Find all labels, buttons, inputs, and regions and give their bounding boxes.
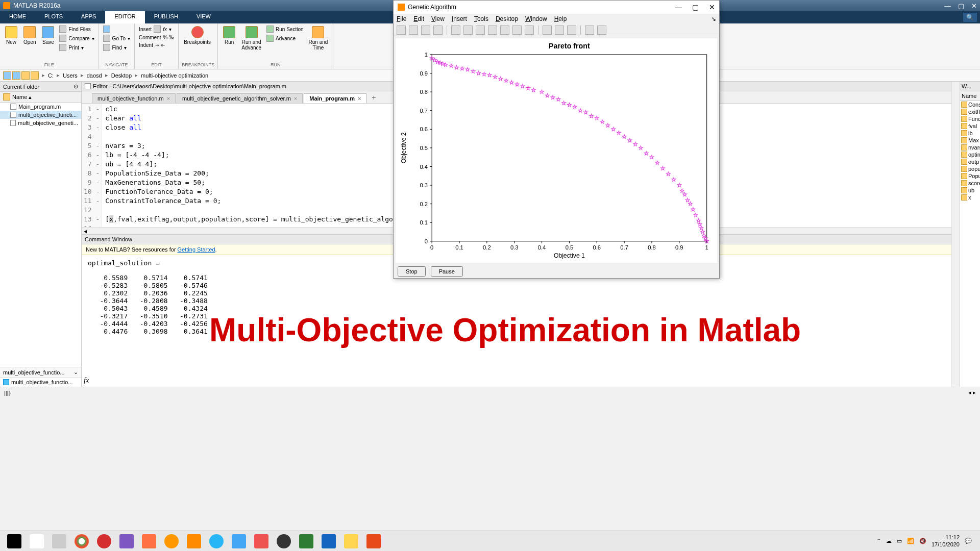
getting-started-link[interactable]: Getting Started [178, 246, 215, 253]
run-button[interactable]: Run [221, 25, 237, 46]
panel-menu-icon[interactable]: ⊙ [74, 83, 78, 90]
path-part[interactable]: Users [63, 72, 78, 79]
find-button[interactable]: Find ▾ [102, 43, 132, 52]
compare-button[interactable]: Compare ▾ [58, 34, 95, 42]
workspace-var[interactable]: Func [960, 115, 980, 122]
advance-button[interactable]: Advance [265, 34, 304, 42]
workspace-var[interactable]: ub [960, 187, 980, 194]
menu-file[interactable]: File [397, 15, 406, 22]
workspace-var[interactable]: fval [960, 122, 980, 130]
workspace-var[interactable]: Popu [960, 172, 980, 180]
open-figure-icon[interactable] [409, 26, 418, 35]
start-icon[interactable] [7, 534, 21, 548]
back-icon[interactable] [3, 71, 11, 80]
insert-button[interactable]: Insert fx ▾ [138, 25, 175, 33]
menu-window[interactable]: Window [525, 15, 547, 22]
link-icon[interactable] [543, 26, 552, 35]
maximize-icon[interactable]: ▢ [958, 2, 964, 10]
editor-tab[interactable]: multi_objective_genetic_algorithm_solver… [177, 93, 303, 103]
record-icon[interactable] [97, 534, 111, 548]
file-item[interactable]: multi_objective_functi... [0, 111, 81, 119]
scroll-nav[interactable]: ◂ ▸ [968, 389, 976, 396]
workspace-name-header[interactable]: Name [960, 91, 980, 101]
tab-apps[interactable]: APPS [72, 11, 105, 23]
search-icon[interactable] [30, 534, 44, 548]
figure-titlebar[interactable]: Genetic Algorithm — ▢ ✕ [394, 1, 719, 14]
minimize-icon[interactable]: — [675, 3, 682, 11]
save-figure-icon[interactable] [421, 26, 430, 35]
powerpoint-icon[interactable] [366, 534, 381, 548]
up-icon[interactable] [21, 71, 30, 80]
close-icon[interactable]: ✕ [709, 3, 715, 11]
legend-icon[interactable] [567, 26, 576, 35]
tab-view[interactable]: VIEW [187, 11, 220, 23]
dock-icon[interactable] [597, 26, 606, 35]
minimize-icon[interactable]: — [944, 2, 951, 10]
print-button[interactable]: Print ▾ [58, 43, 95, 52]
zoom-in-icon[interactable] [463, 26, 473, 35]
menu-tools[interactable]: Tools [474, 15, 488, 22]
tray-cloud-icon[interactable]: ☁ [886, 538, 892, 544]
path-part[interactable]: C: [48, 72, 54, 79]
path-part[interactable]: Desktop [111, 72, 132, 79]
workspace-var[interactable]: score [960, 180, 980, 187]
app-icon[interactable] [254, 534, 268, 548]
indent-button[interactable]: Indent ⇥ ⇤ [138, 42, 175, 48]
menu-insert[interactable]: Insert [452, 15, 467, 22]
path-part[interactable]: multi-objective optimization [141, 72, 208, 79]
scroll-left-icon[interactable]: ◂ [82, 228, 89, 234]
workspace-var[interactable]: optin [960, 151, 980, 158]
brush-icon[interactable] [525, 26, 534, 35]
workspace-var[interactable]: outp [960, 158, 980, 165]
print-figure-icon[interactable] [433, 26, 443, 35]
close-icon[interactable]: ✕ [971, 2, 977, 10]
editor-tab[interactable]: multi_objective_function.m× [92, 93, 176, 103]
comment-button[interactable]: Comment % ‰ [138, 34, 175, 41]
editor-tab[interactable]: Main_program.m× [304, 93, 366, 103]
close-tab-icon[interactable]: × [358, 95, 361, 102]
app-icon[interactable] [119, 534, 134, 548]
tile-icon[interactable] [585, 26, 594, 35]
excel-icon[interactable] [299, 534, 313, 548]
breakpoints-button[interactable]: Breakpoints [182, 25, 213, 46]
obs-icon[interactable] [277, 534, 291, 548]
workspace-var[interactable]: Max [960, 137, 980, 144]
taskview-icon[interactable] [52, 534, 66, 548]
file-item[interactable]: Main_program.m [0, 103, 81, 111]
menu-desktop[interactable]: Desktop [496, 15, 518, 22]
tab-plots[interactable]: PLOTS [35, 11, 72, 23]
run-advance-button[interactable]: Run and Advance [239, 25, 263, 52]
nav-back-button[interactable] [102, 25, 132, 33]
close-tab-icon[interactable]: × [294, 95, 297, 102]
open-button[interactable]: Open [21, 25, 38, 46]
workspace-var[interactable]: nvars [960, 144, 980, 151]
tray-chevron-icon[interactable]: ⌃ [876, 538, 881, 544]
new-button[interactable]: New [3, 25, 19, 46]
firefox-icon[interactable] [164, 534, 179, 548]
notifications-icon[interactable]: 💬 [965, 538, 972, 544]
tab-home[interactable]: HOME [0, 11, 35, 23]
workspace-var[interactable]: Cons [960, 101, 980, 108]
search-icon[interactable]: 🔍 [963, 13, 977, 22]
word-icon[interactable] [322, 534, 336, 548]
workspace-var[interactable]: exitfl [960, 108, 980, 115]
goto-button[interactable]: Go To ▾ [102, 34, 132, 42]
menu-more-icon[interactable]: ↘ [711, 15, 716, 22]
zoom-out-icon[interactable] [476, 26, 485, 35]
add-tab-button[interactable]: + [368, 92, 380, 103]
menu-help[interactable]: Help [554, 15, 567, 22]
vertical-scrollbar[interactable] [951, 82, 960, 387]
tray-wifi-icon[interactable]: 📶 [907, 538, 914, 544]
tab-editor[interactable]: EDITOR [105, 11, 144, 23]
findfiles-button[interactable]: Find Files [58, 25, 95, 33]
forward-icon[interactable] [12, 71, 20, 80]
details-select[interactable]: multi_objective_functio...⌄ [0, 367, 81, 378]
matlab-taskbar-icon[interactable] [187, 534, 201, 548]
app-icon[interactable] [232, 534, 246, 548]
brave-icon[interactable] [142, 534, 156, 548]
folder-icon[interactable] [31, 71, 39, 80]
app-icon[interactable] [209, 534, 224, 548]
tray-battery-icon[interactable]: ▭ [897, 538, 902, 544]
close-tab-icon[interactable]: × [167, 95, 170, 102]
system-clock[interactable]: 11:12 17/10/2020 [932, 534, 960, 547]
